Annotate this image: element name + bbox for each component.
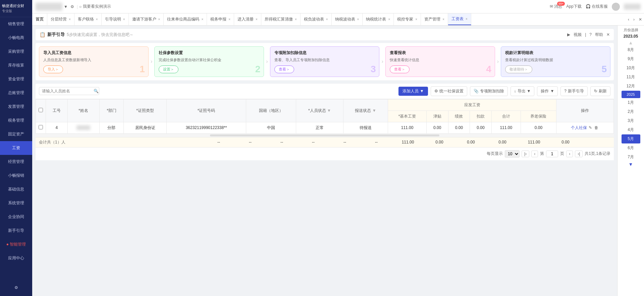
dropdown-arrow-icon[interactable]: ▼: [64, 4, 68, 9]
tab-next-arrow[interactable]: ›: [631, 17, 637, 22]
prev-page-button[interactable]: ‹: [531, 151, 538, 157]
tab-guide[interactable]: 引导说明 ×: [102, 13, 129, 25]
edit-row-button[interactable]: ✎: [589, 125, 592, 130]
tab-salary-table[interactable]: 工资表 ×: [448, 13, 471, 25]
tab-tax-report[interactable]: 税务申报 ×: [207, 13, 234, 25]
sidebar-item-expense[interactable]: 小畅报销: [0, 169, 32, 182]
month-item-7[interactable]: 7月: [622, 153, 640, 162]
scroll-thumb[interactable]: [210, 134, 440, 136]
unified-settings-button[interactable]: ⚙ 统一社保设置: [431, 86, 467, 96]
tab-tax-report-close[interactable]: ×: [228, 17, 230, 21]
sidebar-item-sales[interactable]: 销售管理: [0, 17, 32, 31]
tab-layered-close[interactable]: ×: [69, 17, 71, 21]
guide-button[interactable]: ? 新手引导: [560, 86, 588, 96]
tab-clearance-close[interactable]: ×: [256, 17, 258, 21]
sidebar-item-assets[interactable]: 固定资产: [0, 127, 32, 141]
sidebar-item-purchase[interactable]: 采购管理: [0, 45, 32, 58]
tab-invite[interactable]: 邀请下游客户 ×: [129, 13, 164, 25]
message-button[interactable]: ✉ 消息 99+: [550, 4, 562, 9]
sidebar-item-collab[interactable]: 企业协同: [0, 210, 32, 224]
gear-icon[interactable]: ⚙: [69, 4, 75, 10]
month-next-button[interactable]: ▼: [629, 162, 633, 167]
page-number-input[interactable]: [546, 151, 558, 157]
month-item-1[interactable]: 1月: [622, 98, 640, 107]
month-item-3[interactable]: 3月: [622, 116, 640, 125]
tab-tax-expert[interactable]: 税控专家 ×: [394, 13, 421, 25]
sidebar-item-system[interactable]: 系统管理: [0, 196, 32, 210]
submit-filter-icon[interactable]: ▼: [372, 108, 376, 113]
tab-tax-wave-close[interactable]: ×: [326, 17, 328, 21]
tab-prev-arrow[interactable]: ‹: [626, 17, 631, 22]
month-item-12[interactable]: 12月: [622, 82, 640, 91]
tab-customer-close[interactable]: ×: [96, 17, 98, 21]
tab-tax-expert-close[interactable]: ×: [415, 17, 417, 21]
tab-tax-stats[interactable]: 纳税统计表 ×: [363, 13, 394, 25]
sidebar-item-basic[interactable]: 基础信息: [0, 182, 32, 196]
tab-asset-mgmt-close[interactable]: ×: [442, 17, 444, 21]
last-page-button[interactable]: ›|: [575, 151, 583, 157]
tab-guide-close[interactable]: ×: [123, 17, 125, 21]
online-service-button[interactable]: 🎧 在线客服: [586, 4, 608, 9]
close-all-tabs-button[interactable]: ✕: [637, 17, 644, 22]
tab-income-tax-close[interactable]: ×: [295, 17, 297, 21]
step-2-button[interactable]: 设置＞: [159, 66, 178, 73]
month-item-11[interactable]: 11月: [622, 73, 640, 82]
tab-product-code-close[interactable]: ×: [201, 17, 203, 21]
sidebar-item-ai[interactable]: ● 智能管理: [0, 238, 32, 251]
user-avatar[interactable]: [612, 3, 620, 11]
row-checkbox[interactable]: [39, 125, 43, 129]
guide-close-icon[interactable]: ✕: [606, 32, 610, 37]
status-filter-icon[interactable]: ▼: [327, 108, 331, 113]
tab-home[interactable]: 首页: [32, 13, 47, 25]
special-deduction-button[interactable]: 📎 专项附加扣除: [470, 86, 508, 96]
search-field[interactable]: 🔍: [39, 87, 99, 95]
tab-asset-mgmt[interactable]: 资产管理 ×: [421, 13, 448, 25]
settings-icon[interactable]: ⚙: [0, 283, 32, 293]
step-1-button[interactable]: 导入＞: [43, 66, 63, 73]
help-link[interactable]: 帮助: [595, 32, 603, 38]
sidebar-item-invoice[interactable]: 发票管理: [0, 100, 32, 114]
sidebar-item-salary[interactable]: 工资: [0, 141, 32, 155]
step-3-button[interactable]: 查看＞: [274, 66, 294, 73]
next-page-button[interactable]: ›: [566, 151, 573, 157]
company-dropdown[interactable]: [36, 3, 62, 11]
tab-pay-wave-close[interactable]: ×: [357, 17, 359, 21]
sidebar-item-ledger[interactable]: 总账管理: [0, 86, 32, 100]
operations-button[interactable]: 操作 ▼: [537, 86, 558, 96]
select-all-checkbox[interactable]: [39, 108, 43, 112]
sidebar-item-appcenter[interactable]: 应用中心: [0, 251, 32, 265]
tab-tax-stats-close[interactable]: ×: [388, 17, 390, 21]
month-item-4[interactable]: 4月: [622, 125, 640, 134]
step-4-button[interactable]: 查看＞: [390, 66, 410, 73]
month-item-5[interactable]: 5月: [622, 134, 640, 143]
sidebar-item-finance[interactable]: 资金管理: [0, 72, 32, 86]
personal-insurance-button[interactable]: 个人社保: [571, 125, 587, 131]
month-item-9[interactable]: 9月: [622, 54, 640, 64]
month-item-6[interactable]: 6月: [622, 143, 640, 153]
export-button[interactable]: ↓ 导出 ▼: [511, 86, 535, 96]
search-input[interactable]: [42, 89, 92, 93]
step-5-button[interactable]: 敬请期待＞: [505, 66, 532, 73]
add-person-button[interactable]: 添加人员 ▼: [398, 87, 428, 96]
tab-customer[interactable]: 客户联络 ×: [74, 13, 102, 25]
tab-invite-close[interactable]: ×: [158, 17, 160, 21]
sidebar-item-operation[interactable]: 经营管理: [0, 155, 32, 169]
demo-link[interactable]: ○ 我要看实例演示: [79, 4, 111, 9]
tab-salary-table-close[interactable]: ×: [466, 17, 468, 21]
tab-layered[interactable]: 分层经营 ×: [47, 13, 74, 25]
tab-tax-wave[interactable]: 税负波动表 ×: [301, 13, 332, 25]
tab-income-tax[interactable]: 所得税汇算清缴 ×: [261, 13, 301, 25]
app-download-button[interactable]: App下载: [566, 4, 581, 9]
month-item-8[interactable]: 8月: [622, 45, 640, 54]
month-item-10[interactable]: 10月: [622, 64, 640, 73]
tab-product-code[interactable]: 往来单位商品编码 ×: [164, 13, 207, 25]
page-size-select[interactable]: 10 20 50: [505, 150, 520, 158]
refresh-button[interactable]: ↻ 刷新: [590, 86, 610, 96]
sidebar-item-ecommerce[interactable]: 小畅电商: [0, 31, 32, 45]
month-item-2[interactable]: 2月: [622, 107, 640, 116]
sidebar-item-tax[interactable]: 税务管理: [0, 114, 32, 127]
first-page-button[interactable]: |‹: [522, 151, 529, 157]
delete-row-button[interactable]: 🗑: [594, 125, 598, 130]
video-link[interactable]: 视频: [574, 32, 582, 38]
tab-clearance[interactable]: 进入清册 ×: [234, 13, 261, 25]
